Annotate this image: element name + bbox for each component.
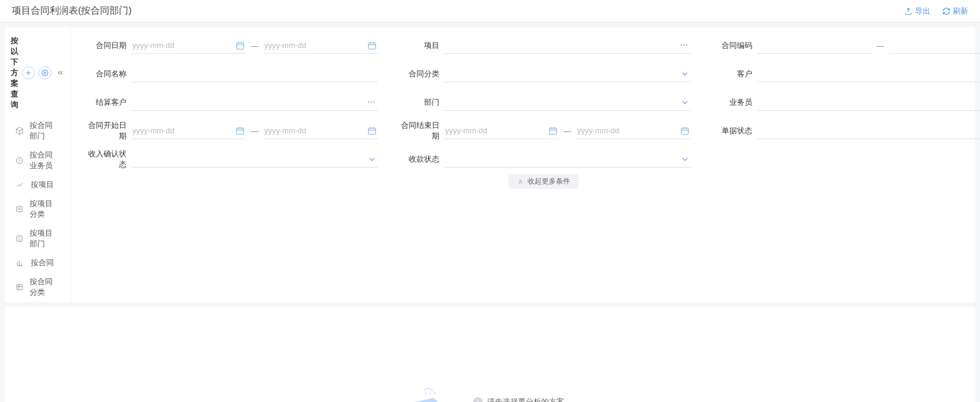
- page-header: 项目合同利润表(按合同部门) 导出 刷新: [0, 0, 980, 22]
- project-label: 项目: [396, 40, 444, 51]
- more-icon[interactable]: ···: [367, 97, 376, 106]
- contract-code-start-input[interactable]: [757, 37, 872, 54]
- contract-start-to-input[interactable]: [263, 123, 378, 139]
- range-sep: —: [564, 127, 571, 136]
- collapse-label: 收起更多条件: [528, 176, 570, 186]
- contract-end-to-input[interactable]: [576, 123, 691, 139]
- sidebar-item-label: 按合同分类: [30, 276, 60, 298]
- sidebar-item-by-project[interactable]: 按项目: [5, 175, 70, 194]
- sidebar-item-by-project-dept[interactable]: 按项目部门: [5, 224, 70, 253]
- project-input[interactable]: [444, 37, 691, 54]
- export-button[interactable]: 导出: [904, 6, 930, 17]
- contract-end-from-input[interactable]: [444, 123, 559, 139]
- sidebar-item-label: 按合同: [31, 258, 54, 268]
- settle-customer-label: 结算客户: [83, 97, 131, 108]
- sidebar-item-label: 按合同部门: [30, 120, 60, 141]
- tip-number-1: 1: [473, 397, 483, 402]
- sidebar-item-by-contract-dept[interactable]: 按合同部门: [5, 116, 70, 146]
- filter-panel: 合同日期 — 项目 ···: [71, 27, 980, 302]
- content-card: 1 请先选择要分析的方案 2 用[过滤]条件来缩小分析范围: [5, 307, 975, 402]
- page-title: 项目合同利润表(按合同部门): [12, 5, 132, 17]
- range-sep: —: [251, 127, 258, 136]
- clock-icon: [15, 156, 24, 165]
- sidebar-header: 按以下方案查询: [5, 32, 70, 116]
- list-icon: [15, 204, 24, 214]
- sidebar-item-by-contract-category[interactable]: 按合同分类: [5, 272, 70, 302]
- more-icon[interactable]: ···: [680, 40, 688, 49]
- contract-date-label: 合同日期: [83, 40, 131, 51]
- header-actions: 导出 刷新: [904, 6, 968, 17]
- chart-icon: [15, 180, 25, 189]
- salesperson-input[interactable]: [757, 94, 980, 111]
- range-sep: —: [251, 41, 258, 50]
- contract-start-label: 合同开始日期: [83, 120, 131, 141]
- sidebar-list: 按合同部门 按合同业务员 按项目 按项目分类 按项目部门 按合同: [5, 116, 70, 302]
- contract-end-label: 合同结束日期: [396, 120, 444, 141]
- svg-rect-3: [17, 236, 22, 241]
- bar-icon: [15, 258, 25, 268]
- svg-rect-4: [17, 284, 22, 290]
- gear-icon: [41, 69, 48, 76]
- collapse-filters-button[interactable]: 收起更多条件: [509, 174, 578, 189]
- contract-category-label: 合同分类: [396, 69, 444, 79]
- salesperson-label: 业务员: [709, 97, 757, 108]
- contract-name-label: 合同名称: [83, 69, 131, 79]
- department-label: 部门: [396, 97, 444, 108]
- empty-state: 1 请先选择要分析的方案 2 用[过滤]条件来缩小分析范围: [396, 378, 584, 402]
- customer-input[interactable]: [757, 66, 980, 82]
- collapse-sidebar-button[interactable]: [56, 69, 64, 77]
- sidebar-item-by-project-category[interactable]: 按项目分类: [5, 194, 70, 224]
- contract-date-end-input[interactable]: [263, 37, 378, 54]
- contract-code-end-input[interactable]: [889, 37, 980, 54]
- empty-tips: 1 请先选择要分析的方案 2 用[过滤]条件来缩小分析范围: [473, 397, 584, 402]
- chevrons-left-icon: [56, 69, 64, 77]
- export-label: 导出: [915, 6, 930, 17]
- sidebar-item-label: 按项目分类: [30, 198, 60, 220]
- contract-category-select[interactable]: [444, 66, 691, 82]
- sidebar-item-label: 按合同业务员: [30, 150, 60, 171]
- add-scheme-button[interactable]: [22, 66, 35, 79]
- settle-customer-input[interactable]: [131, 94, 378, 111]
- refresh-label: 刷新: [953, 6, 968, 17]
- sidebar-item-label: 按项目部门: [30, 228, 60, 249]
- sidebar-item-by-contract-sales[interactable]: 按合同业务员: [5, 146, 70, 175]
- sidebar-item-label: 按项目: [31, 179, 54, 190]
- export-icon: [904, 7, 913, 15]
- receipt-status-label: 收款状态: [396, 154, 444, 165]
- svg-rect-2: [17, 206, 22, 211]
- receipt-status-select[interactable]: [444, 151, 691, 168]
- sidebar: 按以下方案查询 按合同部门 按合同业务员 按项目: [5, 27, 71, 302]
- contract-start-from-input[interactable]: [131, 123, 246, 139]
- revenue-status-select[interactable]: [131, 151, 378, 168]
- contract-code-label: 合同编码: [709, 40, 757, 51]
- settings-scheme-button[interactable]: [38, 66, 51, 79]
- contract-name-input[interactable]: [131, 66, 378, 82]
- cube-icon: [15, 126, 24, 136]
- sidebar-item-by-contract[interactable]: 按合同: [5, 253, 70, 272]
- range-sep: —: [876, 41, 884, 50]
- refresh-button[interactable]: 刷新: [942, 6, 968, 17]
- plus-icon: [25, 69, 32, 76]
- sidebar-title: 按以下方案查询: [11, 36, 18, 110]
- grid-icon: [15, 282, 24, 292]
- filter-card: 按以下方案查询 按合同部门 按合同业务员 按项目: [5, 27, 975, 302]
- revenue-status-label: 收入确认状态: [83, 149, 131, 170]
- tip-text-1: 请先选择要分析的方案: [487, 397, 564, 402]
- chevrons-up-icon: [517, 178, 524, 185]
- customer-label: 客户: [709, 69, 757, 79]
- department-select[interactable]: [444, 94, 691, 111]
- refresh-icon: [942, 7, 950, 15]
- contract-date-start-input[interactable]: [131, 37, 246, 54]
- svg-point-0: [44, 72, 46, 74]
- doc-status-label: 单据状态: [709, 126, 757, 136]
- building-icon: [15, 234, 24, 243]
- empty-illustration: [396, 378, 455, 402]
- doc-status-select[interactable]: [757, 123, 980, 139]
